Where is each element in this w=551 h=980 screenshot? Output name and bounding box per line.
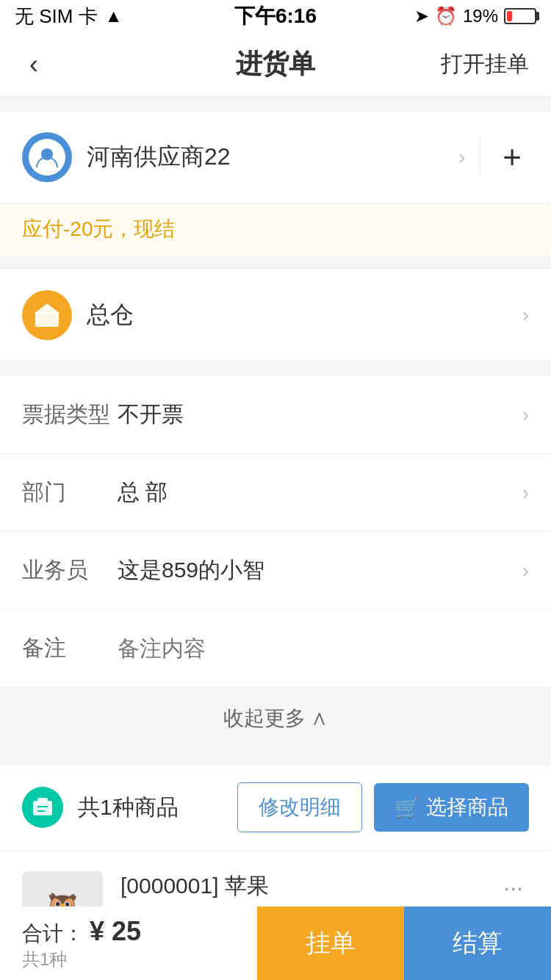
wifi-icon: ▲ bbox=[105, 6, 123, 26]
product-name: [0000001] 苹果 bbox=[120, 871, 480, 901]
warehouse-section: 总仓 › bbox=[0, 270, 551, 361]
svg-rect-4 bbox=[37, 798, 48, 804]
bill-type-value: 不开票 bbox=[118, 400, 522, 430]
supplier-section: 河南供应商22 › + 应付-20元，现结 bbox=[0, 112, 551, 255]
nav-bar: ‹ 进货单 打开挂单 bbox=[0, 32, 551, 97]
collapse-label: 收起更多 ∧ bbox=[223, 705, 328, 732]
supplier-chevron-icon: › bbox=[458, 145, 465, 169]
bill-type-row[interactable]: 票据类型 不开票 › bbox=[0, 375, 551, 453]
alarm-icon: ⏰ bbox=[435, 6, 457, 26]
department-value: 总 部 bbox=[118, 478, 522, 508]
status-left: 无 SIM 卡 ▲ bbox=[15, 4, 122, 29]
product-header-icon bbox=[22, 787, 63, 828]
remark-label: 备注 bbox=[22, 633, 118, 663]
product-header: 共1种商品 修改明细 🛒 选择商品 bbox=[0, 765, 551, 851]
department-label: 部门 bbox=[22, 478, 118, 508]
supplier-row[interactable]: 河南供应商22 › + bbox=[0, 112, 551, 203]
salesman-label: 业务员 bbox=[22, 555, 118, 586]
remark-row[interactable]: 备注 bbox=[0, 609, 551, 687]
open-pending-button[interactable]: 打开挂单 bbox=[441, 49, 529, 79]
warehouse-chevron-icon: › bbox=[522, 303, 529, 327]
section-divider-4 bbox=[0, 750, 551, 765]
battery-fill bbox=[507, 11, 512, 21]
bill-type-label: 票据类型 bbox=[22, 400, 118, 430]
total-amount: ¥ 25 bbox=[90, 916, 141, 947]
section-divider-1 bbox=[0, 97, 551, 112]
department-chevron-icon: › bbox=[522, 481, 529, 505]
salesman-value: 这是859的小智 bbox=[118, 555, 522, 586]
bill-type-chevron-icon: › bbox=[522, 403, 529, 427]
section-divider-3 bbox=[0, 361, 551, 375]
supplier-notice: 应付-20元，现结 bbox=[0, 203, 551, 255]
remark-input[interactable] bbox=[118, 636, 529, 661]
total-sub: 共1种 bbox=[22, 948, 235, 971]
warehouse-name: 总仓 bbox=[87, 299, 522, 331]
product-count: 共1种商品 bbox=[78, 793, 237, 823]
select-product-label: 选择商品 bbox=[426, 793, 508, 821]
total-label-row: 合计： ¥ 25 bbox=[22, 916, 235, 948]
checkout-button[interactable]: 结算 bbox=[404, 907, 551, 980]
product-title: 苹果 bbox=[225, 873, 269, 898]
svg-marker-2 bbox=[34, 303, 60, 314]
department-row[interactable]: 部门 总 部 › bbox=[0, 453, 551, 531]
add-supplier-button[interactable]: + bbox=[495, 139, 529, 176]
supplier-vertical-divider bbox=[480, 139, 480, 176]
battery-percent: 19% bbox=[463, 6, 498, 26]
product-more-button[interactable]: ··· bbox=[497, 871, 529, 904]
product-code: [0000001] bbox=[120, 873, 218, 898]
modify-detail-button[interactable]: 修改明细 bbox=[237, 782, 362, 832]
select-product-icon: 🛒 bbox=[395, 796, 420, 820]
page-title: 进货单 bbox=[236, 46, 315, 82]
bottom-bar: 合计： ¥ 25 共1种 挂单 结算 bbox=[0, 907, 551, 980]
section-divider-2 bbox=[0, 255, 551, 270]
select-product-button[interactable]: 🛒 选择商品 bbox=[374, 783, 529, 832]
status-bar: 无 SIM 卡 ▲ 下午6:16 ➤ ⏰ 19% bbox=[0, 0, 551, 32]
supplier-name: 河南供应商22 bbox=[87, 141, 451, 173]
salesman-chevron-icon: › bbox=[522, 559, 529, 583]
collapse-row[interactable]: 收起更多 ∧ bbox=[0, 687, 551, 750]
form-section: 票据类型 不开票 › 部门 总 部 › 业务员 这是859的小智 › 备注 bbox=[0, 375, 551, 687]
pending-button[interactable]: 挂单 bbox=[257, 907, 404, 980]
supplier-avatar bbox=[22, 132, 72, 182]
supplier-avatar-inner bbox=[29, 139, 65, 176]
total-section: 合计： ¥ 25 共1种 bbox=[0, 907, 257, 980]
carrier-label: 无 SIM 卡 bbox=[15, 4, 98, 29]
location-icon: ➤ bbox=[414, 6, 429, 26]
total-label: 合计： bbox=[22, 920, 84, 948]
battery-icon bbox=[504, 8, 536, 24]
warehouse-icon bbox=[22, 290, 72, 340]
svg-rect-1 bbox=[35, 312, 59, 327]
salesman-row[interactable]: 业务员 这是859的小智 › bbox=[0, 531, 551, 609]
back-button[interactable]: ‹ bbox=[22, 42, 46, 87]
warehouse-row[interactable]: 总仓 › bbox=[0, 270, 551, 361]
status-time: 下午6:16 bbox=[234, 2, 317, 30]
status-right: ➤ ⏰ 19% bbox=[414, 6, 536, 26]
